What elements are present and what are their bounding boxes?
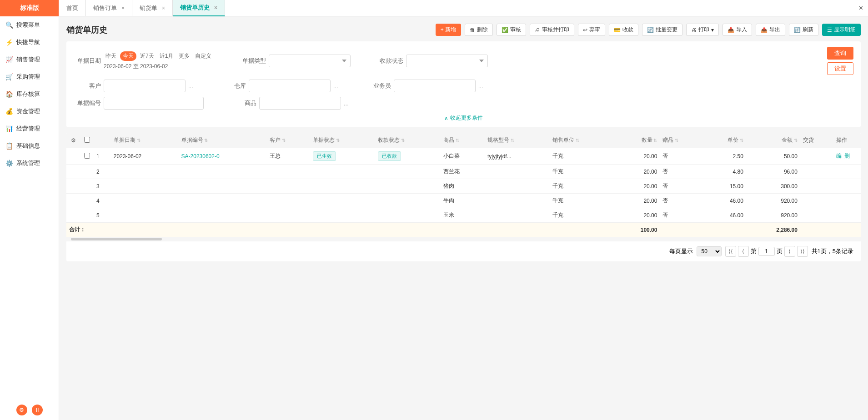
salesperson-input[interactable] (394, 80, 476, 92)
close-all-tabs[interactable]: ✕ (858, 5, 863, 11)
row-number[interactable] (179, 208, 267, 223)
sidebar-bottom: ⚙ ⏸ (0, 400, 59, 420)
sidebar-item-sales-mgmt[interactable]: 📈 销售管理 (0, 51, 59, 68)
col-gear[interactable]: ⚙ (66, 133, 80, 148)
pause-bottom-icon[interactable]: ⏸ (32, 405, 43, 415)
row-checkbox[interactable] (84, 153, 90, 159)
query-button[interactable]: 查询 (827, 47, 853, 60)
date-btn-7days[interactable]: 近7天 (138, 51, 156, 61)
row-pay-status: 已收款 (375, 148, 440, 165)
row-spec (485, 179, 550, 194)
salesperson-ellipsis[interactable]: ... (478, 83, 483, 90)
tab-sales-order-close[interactable]: × (121, 5, 125, 11)
goods-ellipsis[interactable]: ... (344, 100, 349, 107)
warehouse-input[interactable] (249, 80, 331, 92)
col-date[interactable]: 单据日期 (111, 133, 179, 148)
settings-bottom-icon[interactable]: ⚙ (16, 405, 27, 415)
audit-button[interactable]: ✅ 审核 (497, 24, 526, 36)
new-button[interactable]: + 新增 (436, 24, 461, 36)
col-spec[interactable]: 规格型号 (485, 133, 550, 148)
col-goods[interactable]: 商品 (441, 133, 485, 148)
import-button[interactable]: 📥 导入 (722, 24, 752, 36)
sidebar-item-quick-nav[interactable]: ⚡ 快捷导航 (0, 34, 59, 51)
date-btn-more[interactable]: 更多 (177, 51, 191, 61)
date-btn-today[interactable]: 今天 (120, 51, 136, 61)
col-doc-status[interactable]: 单据状态 (310, 133, 375, 148)
payment-status-select[interactable] (406, 55, 488, 67)
refresh-button[interactable]: 🔃 刷新 (789, 24, 818, 36)
page-title: 销货单历史 (66, 25, 107, 35)
first-page-button[interactable]: ⟨⟨ (725, 246, 736, 257)
delete-action[interactable]: 删 (844, 152, 850, 160)
sidebar-item-basic-info[interactable]: 📋 基础信息 (0, 137, 59, 155)
tab-sales-order-label: 销售订单 (93, 4, 117, 12)
col-customer[interactable]: 客户 (267, 133, 310, 148)
sidebar: 标准版 🔍 搜索菜单 ⚡ 快捷导航 📈 销售管理 🛒 采购管理 🏠 库存核算 💰… (0, 0, 59, 420)
row-doc-status (310, 194, 375, 208)
table-body: 12023-06-02SA-20230602-0王总已生效已收款小白菜tyjyj… (66, 148, 861, 223)
col-qty[interactable]: 数量 (615, 133, 660, 148)
sidebar-item-finance[interactable]: 💰 资金管理 (0, 103, 59, 120)
audit-print-button[interactable]: 🖨 审核并打印 (530, 24, 574, 36)
detail-icon: ☰ (827, 27, 832, 33)
warehouse-ellipsis[interactable]: ... (333, 83, 338, 90)
table-row: 2西兰花千克20.00否4.8096.00 (66, 165, 861, 179)
row-number[interactable] (179, 194, 267, 208)
row-price: 15.00 (703, 179, 746, 194)
page-nav: ⟨⟨ ⟨ 第 页 ⟩ ⟩⟩ (725, 246, 808, 257)
batch-change-button[interactable]: 🔄 批量变更 (642, 24, 682, 36)
date-btn-custom[interactable]: 自定义 (193, 51, 213, 61)
next-page-button[interactable]: ⟩ (784, 246, 795, 257)
tab-sales-order[interactable]: 销售订单 × (86, 0, 132, 16)
prev-page-button[interactable]: ⟨ (738, 246, 749, 257)
edit-action[interactable]: 编 (836, 152, 842, 160)
collapse-button[interactable]: ∧ 收起更多条件 (74, 114, 853, 122)
customer-ellipsis[interactable]: ... (188, 83, 193, 90)
tab-sales-delivery[interactable]: 销货单 × (132, 0, 173, 16)
table-wrap: ⚙ 单据日期 单据编号 客户 单据状态 收款状态 商品 规格型号 销售单位 数量 (66, 133, 861, 237)
filter-settings-button[interactable]: 设置 (827, 62, 853, 75)
sidebar-item-inventory[interactable]: 🏠 库存核算 (0, 85, 59, 103)
table-scrollbar-thumb[interactable] (71, 238, 162, 240)
tab-home[interactable]: 首页 (59, 0, 86, 16)
select-all-checkbox[interactable] (84, 137, 90, 143)
sidebar-item-purchase-mgmt[interactable]: 🛒 采购管理 (0, 68, 59, 85)
goods-input[interactable] (259, 97, 341, 110)
print-button[interactable]: 🖨 打印 ▾ (686, 24, 719, 36)
page-number-input[interactable] (758, 247, 775, 256)
last-page-button[interactable]: ⟩⟩ (797, 246, 808, 257)
col-unit[interactable]: 销售单位 (550, 133, 615, 148)
abandon-button[interactable]: ↩ 弃审 (578, 24, 605, 36)
per-page-select[interactable]: 50 100 (697, 246, 722, 256)
row-number[interactable] (179, 179, 267, 194)
tab-sales-delivery-close[interactable]: × (162, 5, 165, 11)
customer-input[interactable] (104, 80, 186, 92)
col-number[interactable]: 单据编号 (179, 133, 267, 148)
row-number[interactable]: SA-20230602-0 (179, 148, 267, 165)
col-amount[interactable]: 金额 (746, 133, 800, 148)
tab-sales-history[interactable]: 销货单历史 × (173, 0, 225, 16)
col-gift[interactable]: 赠品 (660, 133, 703, 148)
export-button[interactable]: 📤 导出 (756, 24, 785, 36)
date-btn-1month[interactable]: 近1月 (158, 51, 176, 61)
sidebar-item-system-mgmt[interactable]: ⚙️ 系统管理 (0, 155, 59, 172)
sidebar-item-operations[interactable]: 📊 经营管理 (0, 120, 59, 137)
delete-button[interactable]: 🗑 删除 (465, 24, 493, 36)
per-page-label: 每页显示 (669, 247, 693, 255)
col-checkbox[interactable] (80, 133, 94, 148)
filter-item-doc-type: 单据类型 (239, 55, 351, 67)
row-number[interactable] (179, 165, 267, 179)
show-detail-button[interactable]: ☰ 显示明细 (822, 24, 861, 36)
content-area: 销货单历史 + 新增 🗑 删除 ✅ 审核 🖨 审核并打印 ↩ 弃审 (59, 16, 868, 420)
col-price[interactable]: 单价 (703, 133, 746, 148)
clipboard-icon: 📋 (5, 142, 13, 150)
doc-number-input[interactable] (104, 97, 204, 110)
doc-type-select[interactable] (269, 55, 351, 67)
date-btn-yesterday[interactable]: 昨天 (104, 51, 118, 61)
col-pay-status[interactable]: 收款状态 (375, 133, 440, 148)
sidebar-item-search-menu[interactable]: 🔍 搜索菜单 (0, 16, 59, 34)
tab-sales-history-close[interactable]: × (214, 5, 217, 11)
row-gift: 否 (660, 179, 703, 194)
filter-item-customer: 客户 ... (74, 80, 193, 92)
collect-button[interactable]: 💳 收款 (609, 24, 638, 36)
